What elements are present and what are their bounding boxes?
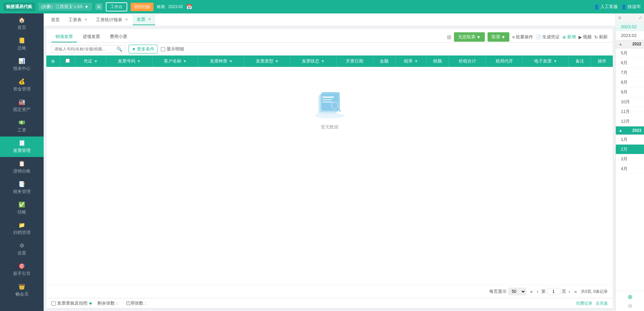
tax-rate-filter-icon[interactable]: ▼ — [414, 59, 418, 63]
last-page-button[interactable]: » — [573, 288, 578, 295]
date-item-2022-6[interactable]: 6月 — [616, 58, 644, 68]
date-item-2023-2[interactable]: 2月 — [616, 145, 644, 154]
panel-bottom-icon[interactable]: ⊖ — [628, 303, 632, 309]
sidebar-item-guide[interactable]: 🎯 新手引导 — [0, 260, 44, 280]
tab-invoice-close[interactable]: ✕ — [148, 17, 151, 22]
tab-invoice[interactable]: 发票 ✕ — [133, 14, 155, 25]
more-conditions-button[interactable]: ▼ 更多条件 — [129, 45, 157, 53]
new-invoice-button[interactable]: ⊕ 新增 — [562, 34, 576, 40]
tab-payroll-table-close[interactable]: ✕ — [84, 17, 87, 22]
tab-payroll-table[interactable]: 工资表 ✕ — [64, 15, 91, 25]
search-icon[interactable]: 🔍 — [117, 46, 122, 52]
generate-voucher-button[interactable]: 📄 生成凭证 — [536, 34, 560, 40]
date-item-2023-4[interactable]: 4月 — [616, 164, 644, 174]
show-detail-checkbox[interactable] — [161, 47, 165, 51]
sidebar-item-payroll[interactable]: 💵 工资 — [0, 116, 44, 137]
sidebar-item-home[interactable]: 🏠 首页 — [0, 13, 44, 34]
date-item-2022-7[interactable]: 7月 — [616, 68, 644, 78]
date-item-2022-11[interactable]: 11月 — [616, 107, 644, 117]
sidebar-item-invoice[interactable]: 🧾 发票管理 — [0, 137, 44, 157]
date-label-2022-7: 7月 — [621, 70, 628, 75]
th-tax-bureau: 税局代开 — [486, 55, 523, 67]
grid-view-icon[interactable]: ⊞ — [447, 34, 451, 40]
next-page-button[interactable]: › — [567, 288, 572, 295]
date-label-2023-02-b: 2023.02 — [621, 33, 637, 38]
page-size-select[interactable]: 10 20 50 100 — [508, 288, 526, 295]
workbench-button[interactable]: 工作台 — [106, 2, 127, 11]
th-invoice-status[interactable]: 发票状态 ▼ — [290, 55, 336, 67]
sidebar-item-sales[interactable]: 📋 进销台账 — [0, 157, 44, 178]
sidebar-item-assets[interactable]: 🏭 固定资产 — [0, 95, 44, 116]
sidebar-item-tax[interactable]: 📑 税务管理 — [0, 178, 44, 198]
add-period-button[interactable]: ⊕ — [628, 293, 633, 301]
recharge-link[interactable]: 去充值 — [596, 301, 608, 306]
sidebar-item-ledger[interactable]: 📒 总账 — [0, 34, 44, 54]
date-item-2023-1[interactable]: 1月 — [616, 135, 644, 145]
sidebar-item-settings[interactable]: ⚙ 设置 — [0, 239, 44, 260]
page-input[interactable] — [547, 288, 560, 295]
sub-tab-sales-label: 销项发票 — [55, 34, 73, 39]
date-item-2022-12[interactable]: 12月 — [616, 117, 644, 126]
ticket-button[interactable]: 取票 ▼ — [488, 32, 510, 42]
invoice-category-filter-icon[interactable]: ▼ — [275, 59, 279, 63]
date-item-2022-10[interactable]: 10月 — [616, 97, 644, 107]
tab-payroll-table-label: 工资表 — [68, 17, 82, 23]
sidebar-item-member[interactable]: 👑 畅会员 — [0, 280, 44, 301]
sub-tab-sales-invoice[interactable]: 销项发票 — [51, 32, 77, 42]
sub-tab-expense-receipt[interactable]: 费用小票 — [106, 32, 131, 42]
e-invoice-filter-icon[interactable]: ▼ — [553, 59, 557, 63]
th-invoice-category[interactable]: 发票类型 ▼ — [244, 55, 290, 67]
year-2022-collapse-icon[interactable]: ▲ — [618, 42, 623, 46]
copy-button[interactable]: ⧉ — [95, 3, 102, 10]
sidebar-item-reports[interactable]: 📊 报表中心 — [0, 54, 44, 75]
sidebar-item-archive[interactable]: 📁 归档管理 — [0, 219, 44, 239]
expand-panel-button[interactable]: ⤢ — [639, 15, 642, 20]
tab-payroll-stat[interactable]: 工资统计报表 ✕ — [92, 15, 132, 25]
sub-tab-purchase-invoice[interactable]: 进项发票 — [79, 32, 104, 42]
close-panel-button[interactable]: ✕ — [618, 15, 622, 21]
th-tax-rate[interactable]: 税率 ▼ — [396, 55, 427, 67]
th-e-invoice[interactable]: 电子发票 ▼ — [523, 55, 569, 67]
show-detail-wrap[interactable]: 显示明细 — [161, 46, 184, 52]
deduction-record-link[interactable]: 扣费记录 — [576, 301, 592, 306]
payroll-icon: 💵 — [18, 119, 25, 126]
invoice-status-filter-icon[interactable]: ▼ — [321, 59, 325, 63]
search-input[interactable] — [54, 47, 115, 51]
user-avatar[interactable]: 👤 徐溢华 — [621, 4, 641, 10]
company-selector[interactable]: (勿删）江西股宝-LSS ▼ — [38, 3, 92, 11]
select-all-checkbox[interactable] — [65, 59, 70, 63]
th-settings[interactable]: ⚙ — [46, 55, 60, 67]
th-invoice-no[interactable]: 发票号码 ▼ — [106, 55, 152, 67]
date-item-2023-02-second[interactable]: 2023.02 — [616, 31, 644, 40]
support-item[interactable]: 👤 人工客服 — [594, 4, 618, 10]
date-item-2023-02-first[interactable]: 2023.02 — [616, 23, 644, 31]
date-item-2022-5[interactable]: 5月 — [616, 48, 644, 58]
prev-page-button[interactable]: ‹ — [536, 288, 540, 295]
no-ticket-button[interactable]: 无息取票 ▼ — [454, 32, 485, 42]
video-button[interactable]: ▶ 视频 — [579, 34, 592, 40]
invoice-type-filter-icon[interactable]: ▼ — [229, 59, 233, 63]
date-item-2022-8[interactable]: 8月 — [616, 78, 644, 87]
e-invoice-th-label: 电子发票 — [534, 58, 552, 64]
switch-version-button[interactable]: 切到旧版 — [131, 3, 153, 11]
tab-home[interactable]: 首页 — [47, 15, 64, 25]
invoice-check-checkbox[interactable] — [51, 301, 56, 306]
tab-payroll-stat-close[interactable]: ✕ — [125, 17, 128, 22]
invoice-no-filter-icon[interactable]: ▼ — [137, 59, 141, 63]
date-item-2022-9[interactable]: 9月 — [616, 87, 644, 97]
th-voucher[interactable]: 凭证 ▼ — [75, 55, 106, 67]
sidebar-item-close[interactable]: ✅ 结账 — [0, 198, 44, 219]
voucher-filter-icon[interactable]: ▼ — [94, 59, 98, 63]
th-invoice-type[interactable]: 发票种类 ▼ — [198, 55, 244, 67]
th-customer[interactable]: 客户名称 ▼ — [152, 55, 198, 67]
year-2023-collapse-icon[interactable]: ▲ — [618, 128, 623, 133]
sidebar-item-capital[interactable]: 💰 资金管理 — [0, 75, 44, 95]
invoice-table: ⚙ 凭证 ▼ — [46, 55, 613, 150]
refresh-button[interactable]: ↻ 刷新 — [594, 34, 608, 40]
sub-tab-purchase-label: 进项发票 — [83, 34, 100, 39]
first-page-button[interactable]: « — [529, 288, 534, 295]
th-checkbox[interactable] — [60, 55, 75, 67]
customer-filter-icon[interactable]: ▼ — [183, 59, 187, 63]
date-item-2023-3[interactable]: 3月 — [616, 154, 644, 164]
batch-ops-button[interactable]: ≡ 批量操作 — [512, 34, 533, 40]
